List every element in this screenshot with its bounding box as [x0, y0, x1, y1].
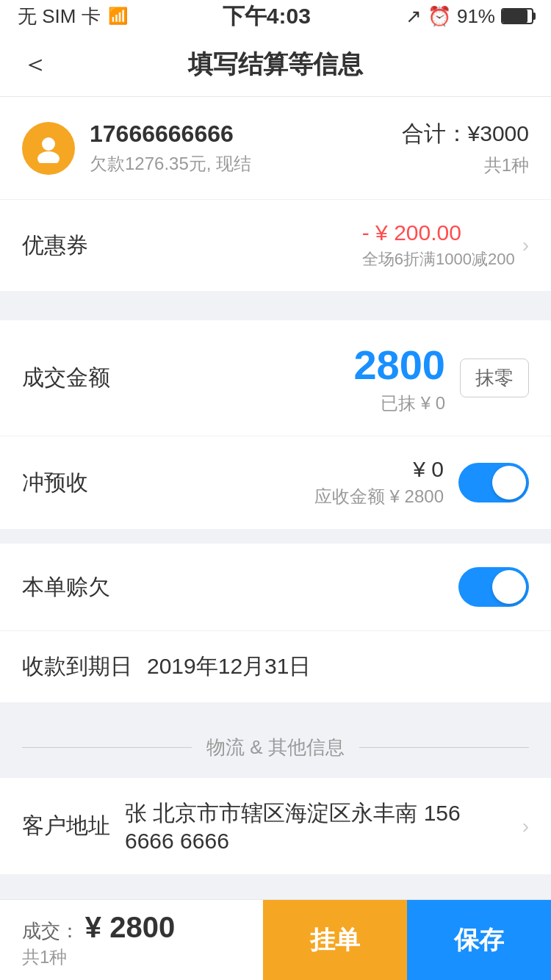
user-phone: 17666666666	[90, 120, 251, 148]
logistics-divider: 物流 & 其他信息	[0, 717, 551, 778]
address-value: 张 北京市市辖区海淀区永丰南 156 6666 6666	[125, 799, 515, 854]
location-icon: ↗	[406, 5, 422, 28]
back-button[interactable]: ＜	[22, 46, 48, 82]
debt-label: 本单赊欠	[22, 572, 110, 602]
battery-percent: 91%	[457, 5, 495, 28]
prepay-amount-wrap: ¥ 0 应收金额 ¥ 2800	[314, 457, 444, 508]
amount-section: 成交金额 2800 已抹 ¥ 0 抹零 冲预收 ¥ 0 应收金额 ¥ 2800	[0, 320, 551, 529]
prepay-toggle[interactable]	[458, 463, 529, 502]
user-left: 17666666666 欠款1276.35元, 现结	[22, 120, 251, 176]
prepay-row: 冲预收 ¥ 0 应收金额 ¥ 2800	[0, 436, 551, 529]
duedate-row: 收款到期日 2019年12月31日	[0, 630, 551, 702]
coupon-row[interactable]: 优惠券 - ¥ 200.00 全场6折满1000减200 ›	[0, 199, 551, 291]
user-debt: 欠款1276.35元, 现结	[90, 152, 251, 176]
status-left: 无 SIM 卡 📶	[18, 4, 128, 29]
total-count: 共1种	[402, 154, 529, 177]
bottom-deal-count: 共1种	[22, 945, 241, 969]
hold-order-button[interactable]: 挂单	[263, 900, 407, 981]
prepay-amount: ¥ 0	[314, 457, 444, 482]
coupon-label: 优惠券	[22, 231, 88, 261]
divider-line-right	[359, 747, 529, 748]
page-title: 填写结算等信息	[188, 48, 363, 82]
bottom-bar: 成交： ¥ 2800 共1种 挂单 保存	[0, 899, 551, 980]
address-row[interactable]: 客户地址 张 北京市市辖区海淀区永丰南 156 6666 6666 ›	[0, 778, 551, 874]
amount-label: 成交金额	[22, 363, 110, 393]
battery-icon	[501, 8, 533, 24]
alarm-icon: ⏰	[428, 5, 451, 28]
user-info: 17666666666 欠款1276.35元, 现结	[90, 120, 251, 176]
logistics-text: 物流 & 其他信息	[192, 735, 359, 760]
prepay-label: 冲预收	[22, 468, 88, 498]
svg-point-1	[37, 151, 60, 163]
debt-toggle[interactable]	[458, 567, 529, 607]
duedate-label: 收款到期日	[22, 652, 132, 682]
save-button[interactable]: 保存	[407, 900, 551, 981]
total-amount: 合计：¥3000	[402, 119, 529, 149]
bottom-deal-info: 成交： ¥ 2800 共1种	[0, 911, 263, 969]
coupon-detail: 全场6折满1000减200	[362, 248, 515, 270]
avatar	[22, 122, 75, 175]
amount-sub: 已抹 ¥ 0	[353, 392, 445, 415]
section-divider-2	[0, 529, 551, 544]
amount-row: 成交金额 2800 已抹 ¥ 0 抹零	[0, 320, 551, 436]
prepay-sub: 应收金额 ¥ 2800	[314, 485, 444, 508]
divider-line-left	[22, 747, 192, 748]
chevron-right-icon: ›	[522, 234, 529, 257]
user-card: 17666666666 欠款1276.35元, 现结 合计：¥3000 共1种	[0, 97, 551, 199]
status-time: 下午4:03	[223, 1, 311, 32]
section-divider-1	[0, 306, 551, 320]
duedate-value: 2019年12月31日	[147, 652, 311, 682]
address-chevron-right-icon: ›	[522, 815, 529, 838]
bottom-deal-amount: ¥ 2800	[85, 911, 175, 943]
round-zero-button[interactable]: 抹零	[460, 359, 529, 397]
prepay-right: ¥ 0 应收金额 ¥ 2800	[314, 457, 529, 508]
status-bar: 无 SIM 卡 📶 下午4:03 ↗ ⏰ 91%	[0, 0, 551, 32]
status-right: ↗ ⏰ 91%	[406, 5, 533, 28]
svg-point-0	[42, 137, 55, 151]
wifi-icon: 📶	[108, 7, 128, 26]
coupon-right: - ¥ 200.00 全场6折满1000减200 ›	[362, 220, 529, 270]
main-content: 17666666666 欠款1276.35元, 现结 合计：¥3000 共1种 …	[0, 97, 551, 980]
bottom-deal-label: 成交：	[22, 920, 79, 942]
amount-right: 2800 已抹 ¥ 0 抹零	[353, 341, 529, 415]
coupon-discount: - ¥ 200.00	[362, 220, 515, 245]
no-sim-text: 无 SIM 卡	[18, 4, 101, 29]
toggle-knob	[492, 466, 526, 500]
avatar-icon	[34, 134, 63, 163]
bottom-deal-row: 成交： ¥ 2800	[22, 911, 241, 944]
amount-value: 2800	[353, 342, 445, 388]
debt-toggle-knob	[492, 570, 526, 604]
address-right: 张 北京市市辖区海淀区永丰南 156 6666 6666 ›	[125, 799, 529, 854]
debt-row: 本单赊欠	[0, 544, 551, 630]
address-label: 客户地址	[22, 811, 110, 841]
user-right: 合计：¥3000 共1种	[402, 119, 529, 177]
nav-bar: ＜ 填写结算等信息	[0, 32, 551, 97]
